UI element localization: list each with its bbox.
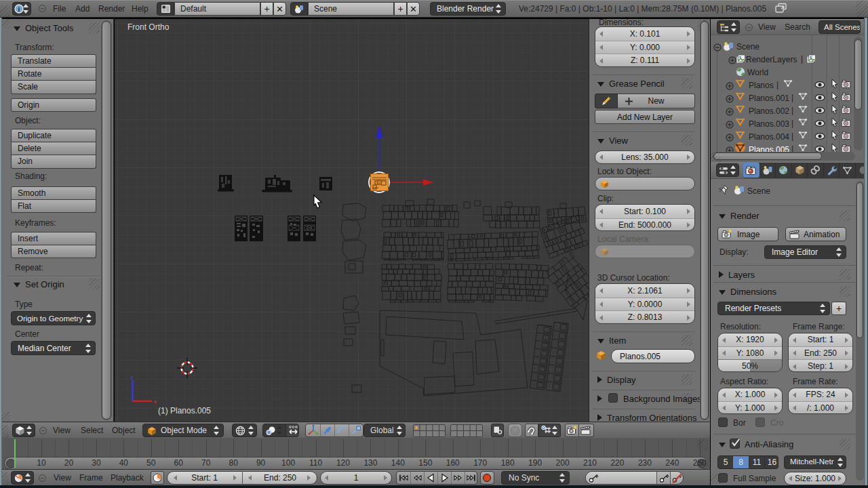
- svg-text:z: z: [131, 375, 134, 380]
- svg-text:i: i: [18, 5, 20, 13]
- svg-text:x: x: [154, 399, 157, 405]
